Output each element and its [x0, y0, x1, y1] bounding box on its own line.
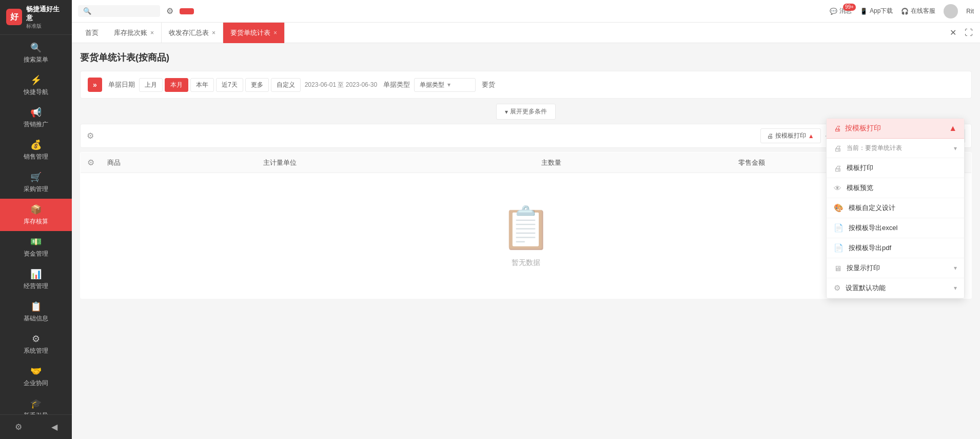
content-area: 要货单统计表(按商品) » 单据日期 上月本月本年近7天更多自定义 2023-0… [72, 43, 980, 439]
search-icon: 🔍 [83, 7, 91, 15]
collapse-footer-btn[interactable]: ◀ [47, 420, 62, 434]
print-dropdown-header: 🖨 按模板打印 ▲ [827, 119, 964, 139]
sidebar-item-search[interactable]: 🔍 搜索菜单 [0, 37, 72, 69]
sidebar-item-purchase[interactable]: 🛒 采购管理 [0, 166, 72, 199]
print-item-template-export-excel[interactable]: 📄 按模板导出excel [827, 218, 964, 238]
sidebar-item-beginner[interactable]: 🎓 新手引导 [0, 393, 72, 414]
inventory-icon: 📦 [30, 204, 42, 215]
sidebar-footer: ⚙ ◀ [0, 414, 72, 439]
system-icon: ⚙ [32, 333, 40, 345]
type-select-arrow: ▾ [447, 81, 450, 88]
tab-receivable-summary[interactable]: 收发存汇总表× [162, 23, 223, 43]
print-button[interactable]: 🖨 按模板打印 ▲ [760, 128, 821, 143]
online-service-button[interactable]: 🎧 在线客服 [901, 7, 935, 15]
sidebar-item-label: 新手引导 [24, 411, 48, 414]
expand-more-button[interactable]: ▾ 展开更多条件 [496, 104, 556, 120]
print-current-item[interactable]: 🖨 当前：要货单统计表 ▾ [827, 139, 964, 158]
print-label: 按模板打印 [775, 131, 806, 140]
date-btn-自定义[interactable]: 自定义 [271, 78, 301, 92]
username-label: Rit [966, 8, 974, 15]
tab-inventory-batch[interactable]: 库存批次账× [107, 23, 162, 43]
operations-icon: 📊 [30, 269, 42, 280]
tab-label: 要货单统计表 [230, 28, 270, 37]
print-dropdown-icon: 🖨 [834, 124, 841, 132]
print-dropdown-close-arrow[interactable]: ▲ [949, 124, 957, 133]
trial-button[interactable] [180, 8, 194, 14]
search-input[interactable] [94, 8, 155, 15]
date-btn-本月[interactable]: 本月 [165, 78, 188, 92]
basics-icon: 📋 [30, 301, 42, 312]
sidebar-item-inventory[interactable]: 📦 库存核算 [0, 199, 72, 231]
tab-close-inventory-batch[interactable]: × [150, 29, 154, 36]
expand-icon: ▾ [505, 108, 508, 116]
sidebar-item-label: 库存核算 [24, 217, 48, 226]
table-gear-icon[interactable]: ⚙ [87, 131, 94, 141]
sidebar-item-marketing[interactable]: 📢 营销推广 [0, 102, 72, 134]
sidebar-item-label: 资金管理 [24, 250, 48, 258]
sidebar-item-sales[interactable]: 💰 销售管理 [0, 134, 72, 166]
tabbar-close-btn[interactable]: ✕ [948, 27, 958, 39]
sidebar-item-enterprise[interactable]: 🤝 企业协同 [0, 360, 72, 393]
sidebar-item-label: 快捷导航 [24, 88, 48, 97]
date-filter-group: 单据日期 上月本月本年近7天更多自定义 2023-06-01 至 2023-06… [108, 78, 377, 92]
date-btn-上月[interactable]: 上月 [139, 78, 163, 92]
finance-icon: 💵 [30, 236, 42, 247]
settings-footer-btn[interactable]: ⚙ [11, 420, 26, 434]
sidebar-nav: 🔍 搜索菜单 ⚡ 快捷导航 📢 营销推广 💰 销售管理 🛒 采购管理 📦 库存核… [0, 35, 72, 414]
current-item-arrow: ▾ [954, 145, 957, 152]
sidebar: 好 畅捷通好生意 标准版 🔍 搜索菜单 ⚡ 快捷导航 📢 营销推广 💰 销售管理… [0, 0, 72, 439]
sidebar-item-label: 销售管理 [24, 152, 48, 161]
sidebar-item-finance[interactable]: 💵 资金管理 [0, 231, 72, 263]
print-item-template-export-pdf[interactable]: 📄 按模板导出pdf [827, 238, 964, 258]
tabbar-expand-btn[interactable]: ⛶ [963, 27, 975, 39]
message-badge: 99+ [843, 4, 856, 11]
date-btn-本年[interactable]: 本年 [190, 78, 214, 92]
sidebar-item-basics[interactable]: 📋 基础信息 [0, 296, 72, 328]
template-export-pdf-icon: 📄 [834, 243, 844, 253]
message-icon: 💬 [830, 8, 837, 15]
print-arrow: ▲ [808, 132, 814, 140]
table-settings-icon[interactable]: ⚙ [87, 158, 94, 167]
type-select[interactable]: 单据类型 ▾ [414, 78, 476, 92]
display-print-icon: 🖥 [834, 264, 841, 273]
print-item-display-print[interactable]: 🖥 按显示打印 ▾ [827, 258, 964, 278]
topbar-gear-icon[interactable]: ⚙ [164, 4, 175, 18]
enterprise-icon: 🤝 [30, 366, 42, 377]
set-default-arrow: ▾ [954, 284, 957, 292]
tab-close-receivable-summary[interactable]: × [212, 29, 215, 36]
sidebar-item-label: 采购管理 [24, 185, 48, 194]
date-buttons: 上月本月本年近7天更多自定义 [139, 78, 301, 92]
date-range-text: 2023-06-01 至 2023-06-30 [305, 81, 377, 89]
set-default-icon: ⚙ [834, 283, 840, 293]
user-avatar[interactable] [944, 4, 958, 18]
col-header-2: 主计量单位 [257, 152, 535, 173]
print-dropdown: 🖨 按模板打印 ▲ 🖨 当前：要货单统计表 ▾ 🖨 模板打印 👁 模板预览 🎨 … [826, 118, 965, 299]
filter-expand-button[interactable]: » [88, 78, 102, 92]
print-item-template-design[interactable]: 🎨 模板自定义设计 [827, 198, 964, 218]
purchase-icon: 🛒 [30, 171, 42, 183]
topbar-search-box[interactable]: 🔍 [78, 5, 160, 17]
print-icon: 🖨 [767, 132, 773, 140]
app-download-label: App下载 [870, 7, 893, 15]
print-item-template-preview[interactable]: 👁 模板预览 [827, 178, 964, 198]
tab-close-order-stats[interactable]: × [273, 29, 277, 36]
tabbar: 首页库存批次账×收发存汇总表×要货单统计表× ✕ ⛶ [72, 23, 980, 43]
tab-home[interactable]: 首页 [77, 28, 107, 37]
date-btn-近7天[interactable]: 近7天 [216, 78, 243, 92]
date-btn-更多[interactable]: 更多 [245, 78, 269, 92]
tab-order-stats[interactable]: 要货单统计表× [223, 23, 285, 43]
print-item-template-print[interactable]: 🖨 模板打印 [827, 158, 964, 178]
template-design-label: 模板自定义设计 [849, 203, 957, 213]
print-item-set-default[interactable]: ⚙ 设置默认功能 ▾ [827, 278, 964, 298]
template-preview-icon: 👁 [834, 184, 841, 193]
app-download-button[interactable]: 📱 App下载 [860, 7, 893, 15]
sidebar-item-system[interactable]: ⚙ 系统管理 [0, 328, 72, 360]
message-button[interactable]: 💬 消息 99+ [830, 7, 852, 15]
goods-filter-group: 要货 [482, 80, 495, 89]
quick-nav-icon: ⚡ [30, 74, 42, 86]
print-dropdown-title-text: 按模板打印 [845, 124, 881, 133]
beginner-icon: 🎓 [30, 398, 42, 409]
sidebar-item-quick-nav[interactable]: ⚡ 快捷导航 [0, 69, 72, 102]
sidebar-item-operations[interactable]: 📊 经营管理 [0, 263, 72, 296]
current-item-text: 当前：要货单统计表 [847, 144, 949, 152]
